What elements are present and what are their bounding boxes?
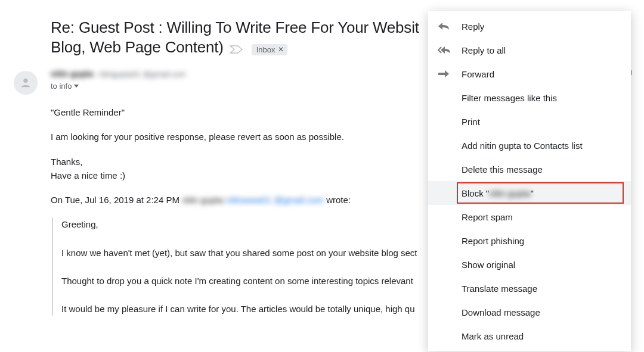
quote-intro-email: nitinwww01 @gmail.com — [226, 193, 324, 207]
menu-show-original[interactable]: Show original — [428, 253, 631, 276]
quote-intro-date: On Tue, Jul 16, 2019 at 2:24 PM — [51, 195, 182, 205]
message-context-menu: Reply Reply to all Forward Filter messag… — [428, 11, 631, 351]
menu-delete[interactable]: Delete this message — [428, 157, 631, 181]
svg-point-0 — [23, 79, 27, 83]
quote-intro-name: nitin gupta — [182, 193, 223, 207]
sender-name: nitin gupta — [51, 69, 94, 79]
menu-reply[interactable]: Reply — [428, 14, 631, 38]
important-icon[interactable] — [230, 45, 243, 54]
menu-reply-all[interactable]: Reply to all — [428, 38, 631, 62]
inbox-label-text: Inbox — [256, 45, 275, 54]
menu-translate[interactable]: Translate message — [428, 276, 631, 300]
inbox-label-chip[interactable]: Inbox ✕ — [252, 44, 287, 55]
menu-print[interactable]: Print — [428, 110, 631, 133]
menu-add-contact[interactable]: Add nitin gupta to Contacts list — [428, 133, 631, 157]
forward-icon — [438, 70, 462, 78]
block-prefix: Block " — [462, 188, 489, 198]
reply-icon — [438, 22, 462, 30]
close-icon[interactable]: ✕ — [278, 45, 284, 54]
menu-download[interactable]: Download message — [428, 300, 631, 324]
chevron-down-icon[interactable] — [74, 85, 79, 88]
menu-block[interactable]: Block "nitin gupta" — [428, 181, 631, 205]
avatar[interactable] — [14, 71, 38, 95]
sender-email: nitingupta01 @gmail.com — [98, 70, 186, 79]
menu-forward[interactable]: Forward — [428, 62, 631, 86]
menu-filter[interactable]: Filter messages like this — [428, 86, 631, 110]
menu-report-phishing[interactable]: Report phishing — [428, 229, 631, 253]
recipient-text: to info — [51, 82, 72, 91]
block-suffix: " — [530, 188, 533, 198]
quote-intro-wrote: wrote: — [324, 195, 351, 205]
block-name: nitin gupta — [489, 188, 530, 198]
reply-all-icon — [438, 46, 462, 54]
menu-mark-unread[interactable]: Mark as unread — [428, 324, 631, 348]
menu-report-spam[interactable]: Report spam — [428, 205, 631, 229]
